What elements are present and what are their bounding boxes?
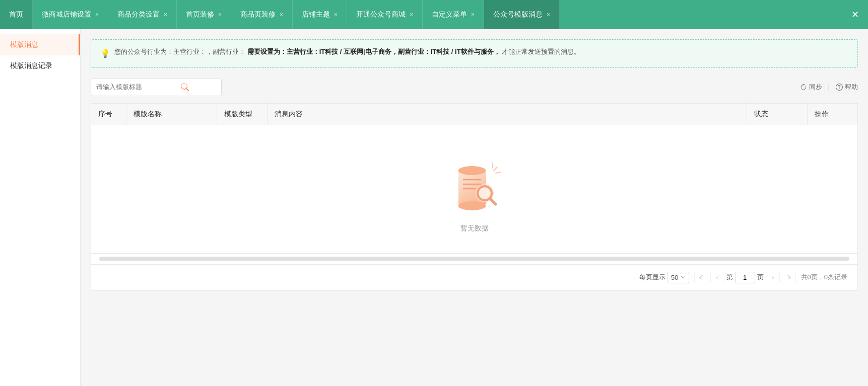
help-button[interactable]: 帮助 <box>836 83 858 92</box>
page-nav: 第 页 <box>694 272 796 283</box>
th-status: 状态 <box>747 103 808 125</box>
last-page-button[interactable] <box>782 272 796 283</box>
table-header: 序号 模版名称 模版类型 消息内容 状态 <box>91 103 858 125</box>
search-input-wrap <box>91 78 222 96</box>
page-unit: 页 <box>757 273 764 282</box>
svg-line-11 <box>490 198 496 204</box>
close-tab-open-wechat-shop[interactable]: × <box>410 11 413 18</box>
tab-open-wechat-shop-label: 开通公众号商城 <box>356 10 406 19</box>
notice-prefix: 您的公众号行业为：主营行业：，副营行业： <box>114 48 245 55</box>
sidebar-item-template-msg-log-label: 模版消息记录 <box>10 61 52 69</box>
svg-point-3 <box>458 166 486 175</box>
tab-product-category[interactable]: 商品分类设置 × <box>108 0 177 29</box>
close-tab-wechat-template[interactable]: × <box>547 11 550 18</box>
tab-custom-menu[interactable]: 自定义菜单 × <box>423 0 484 29</box>
table-body: 暂无数据 <box>91 125 858 253</box>
search-icon <box>181 83 189 91</box>
sidebar: 模版消息 模版消息记录 <box>0 29 81 386</box>
tab-open-wechat-shop[interactable]: 开通公众号商城 × <box>347 0 423 29</box>
help-icon <box>836 84 843 91</box>
top-nav: 首页 微商城店铺设置 × 商品分类设置 × 首页装修 × 商品页装修 × 店铺主… <box>0 0 868 29</box>
tab-product-page-decor-label: 商品页装修 <box>240 10 276 19</box>
tab-home-label: 首页 <box>9 10 23 19</box>
page-label: 第 <box>726 273 733 282</box>
page-size-select: 每页显示 50 <box>639 272 689 283</box>
prev-page-icon <box>715 275 720 280</box>
th-type: 模版类型 <box>217 103 268 125</box>
close-tab-shop-theme[interactable]: × <box>334 11 338 18</box>
page-size-dropdown[interactable]: 50 <box>667 272 689 283</box>
svg-point-10 <box>479 188 490 199</box>
tab-wechat-template[interactable]: 公众号模版消息 × <box>484 0 560 29</box>
scrollbar-row <box>91 254 858 264</box>
notice-text: 您的公众号行业为：主营行业：，副营行业： 需要设置为：主营行业：IT科技 / 互… <box>114 47 580 57</box>
last-page-icon <box>786 275 791 280</box>
svg-line-13 <box>496 172 501 173</box>
next-page-icon <box>770 275 775 280</box>
table-wrap: 序号 模版名称 模版类型 消息内容 状态 <box>91 103 858 291</box>
empty-svg <box>444 156 505 216</box>
prev-page-button[interactable] <box>710 272 724 283</box>
close-tab-homepage-decor[interactable]: × <box>218 11 222 18</box>
tab-home[interactable]: 首页 <box>0 0 33 29</box>
tab-wshop-settings[interactable]: 微商城店铺设置 × <box>33 0 108 29</box>
tab-wechat-template-label: 公众号模版消息 <box>493 10 543 19</box>
svg-point-4 <box>458 201 486 210</box>
th-name: 模版名称 <box>126 103 217 125</box>
notice-highlight: 需要设置为：主营行业：IT科技 / 互联网|电子商务，副营行业：IT科技 / I… <box>247 48 500 55</box>
sync-label: 同步 <box>809 83 822 92</box>
notice-icon: 💡 <box>100 47 110 60</box>
close-tab-custom-menu[interactable]: × <box>471 11 475 18</box>
tab-homepage-decor[interactable]: 首页装修 × <box>177 0 231 29</box>
notice-box: 💡 您的公众号行业为：主营行业：，副营行业： 需要设置为：主营行业：IT科技 /… <box>91 39 858 68</box>
sidebar-item-template-msg[interactable]: 模版消息 <box>0 34 80 55</box>
search-row: 同步 | 帮助 <box>91 78 858 96</box>
next-page-button[interactable] <box>766 272 780 283</box>
search-button[interactable] <box>181 78 216 96</box>
sidebar-item-template-msg-log[interactable]: 模版消息记录 <box>0 55 80 76</box>
notice-suffix: 才能正常发送预置的消息。 <box>502 48 580 55</box>
tab-product-category-label: 商品分类设置 <box>117 10 160 19</box>
main-layout: 模版消息 模版消息记录 💡 您的公众号行业为：主营行业：，副营行业： 需要设置为… <box>0 29 868 386</box>
page-size-value: 50 <box>671 274 678 281</box>
pagination-row: 每页显示 50 <box>91 264 858 291</box>
toolbar-divider: | <box>828 83 830 91</box>
data-table: 序号 模版名称 模版类型 消息内容 状态 <box>91 103 858 254</box>
th-action: 操作 <box>808 103 858 125</box>
th-content: 消息内容 <box>268 103 747 125</box>
tab-product-page-decor[interactable]: 商品页装修 × <box>231 0 293 29</box>
help-label: 帮助 <box>845 83 858 92</box>
sidebar-item-template-msg-label: 模版消息 <box>10 40 38 48</box>
tab-shop-theme[interactable]: 店铺主题 × <box>293 0 347 29</box>
tab-wshop-settings-label: 微商城店铺设置 <box>42 10 91 19</box>
close-tab-wshop-settings[interactable]: × <box>95 11 99 18</box>
chevron-down-icon <box>681 275 686 280</box>
search-input[interactable] <box>96 83 181 91</box>
tab-shop-theme-label: 店铺主题 <box>302 10 330 19</box>
sync-button[interactable]: 同步 <box>800 83 822 92</box>
empty-state: 暂无数据 <box>91 125 857 253</box>
scrollbar-track[interactable] <box>99 257 849 261</box>
toolbar-right: 同步 | 帮助 <box>800 83 858 92</box>
empty-text: 暂无数据 <box>460 224 489 233</box>
close-tab-product-page-decor[interactable]: × <box>280 11 283 18</box>
page-number-input[interactable] <box>735 272 755 283</box>
tab-custom-menu-label: 自定义菜单 <box>432 10 467 19</box>
close-all-tabs-button[interactable]: ✕ <box>842 0 868 29</box>
page-size-label: 每页显示 <box>639 273 665 282</box>
table-header-row: 序号 模版名称 模版类型 消息内容 状态 <box>91 103 858 125</box>
first-page-button[interactable] <box>694 272 708 283</box>
tab-homepage-decor-label: 首页装修 <box>186 10 214 19</box>
empty-illustration <box>444 156 505 216</box>
svg-line-12 <box>494 167 497 171</box>
page-total: 共0页，0条记录 <box>801 273 847 282</box>
first-page-icon <box>699 275 704 280</box>
sync-icon <box>800 84 807 91</box>
th-seq: 序号 <box>91 103 126 125</box>
content-area: 💡 您的公众号行业为：主营行业：，副营行业： 需要设置为：主营行业：IT科技 /… <box>81 29 868 386</box>
empty-row: 暂无数据 <box>91 125 858 253</box>
close-tab-product-category[interactable]: × <box>164 11 167 18</box>
